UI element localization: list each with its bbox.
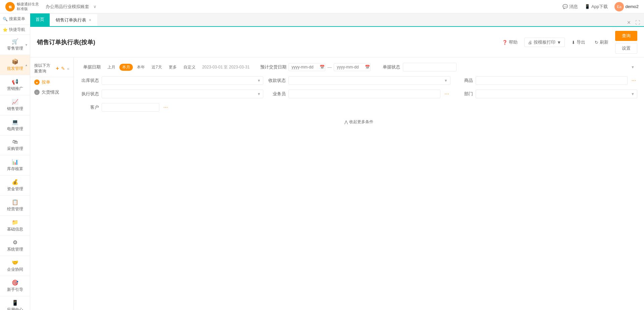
date-btn-more[interactable]: 更多 [166,63,179,71]
main-section: 按以下方案查询 + ✎ « ● 按单 ○ [30,57,644,310]
date-btn-this-year[interactable]: 本年 [134,63,148,71]
svg-text:○: ○ [36,91,38,94]
scheme-item-欠货情况[interactable]: ○ 欠货情况 [30,87,73,97]
print-button[interactable]: 🖨 按模板打印 ▼ [524,38,565,47]
operations-icon: 📋 [12,199,18,205]
sidebar-item-search[interactable]: 🔍 搜索菜单 [0,13,30,25]
calendar-icon-end: 📅 [365,65,370,69]
out-status-select[interactable]: 全部 已出库 未出库 部分出库 [102,76,263,85]
filter-area: 单据日期 上月 本月 本年 近7天 更多 自定义 2023-03-01 至 20… [74,57,644,310]
sidebar-item-wholesale[interactable]: 📦 批发管理 [0,55,30,75]
refresh-button[interactable]: ↻ 刷新 [592,38,611,47]
sidebar-item-marketing[interactable]: 📢 营销推广 [0,75,30,95]
breadcrumb-arrow-icon[interactable]: ∨ [93,4,97,9]
out-status-wrapper: 全部 已出库 未出库 部分出库 ▼ [102,76,263,85]
tab-close-icon[interactable]: × [88,17,92,23]
scheme-icon-active: ● [34,80,40,85]
sidebar-item-purchase[interactable]: 🛍 采购管理 [0,136,30,155]
scheme-icon-inactive: ○ [34,90,40,95]
help-icon: ❓ [502,40,507,45]
print-icon: 🖨 [528,40,532,45]
message-icon: 💬 [562,4,568,9]
help-button[interactable]: ❓ 帮助 [499,38,520,47]
date-btn-this-month[interactable]: 本月 [119,64,133,71]
settings-button[interactable]: 设置 [615,43,637,54]
window-controls: ✕ ⛶ [625,19,644,26]
marketing-icon: 📢 [12,79,18,85]
filter-row-date: 单据日期 上月 本月 本年 近7天 更多 自定义 2023-03-01 至 20… [80,63,637,71]
maximize-window-button[interactable]: ⛶ [634,19,641,26]
customer-label: 客户 [80,104,99,110]
star-icon: ⭐ [3,28,8,32]
left-panel-header: 按以下方案查询 + ✎ « [30,61,73,77]
tab-home[interactable]: 首页 [30,13,50,26]
sidebar-item-quick-nav[interactable]: ⭐ 快捷导航 [0,25,30,35]
salesperson-label: 业务员 [267,91,286,97]
goods-label: 商品 [454,78,473,84]
message-button[interactable]: 💬 消息 [562,4,578,10]
query-button[interactable]: 查询 [615,31,637,41]
salesperson-picker-button[interactable]: ··· [443,91,450,97]
expected-date-start-input[interactable]: 📅 [288,63,325,71]
left-panel: 按以下方案查询 + ✎ « ● 按单 ○ [30,57,74,310]
export-button[interactable]: ⬇ 导出 [569,38,588,47]
collapse-bar[interactable]: ⋀ 收起更多条件 [80,116,637,125]
svg-text:●: ● [36,81,38,84]
sidebar-item-operations[interactable]: 📋 经营管理 [0,196,30,216]
date-btn-custom[interactable]: 自定义 [181,63,198,71]
sidebar-item-finance[interactable]: 💰 资金管理 [0,175,30,196]
exec-status-label: 执行状态 [80,91,99,97]
enterprise-icon: 🤝 [12,259,18,266]
tab-bar: 首页 销售订单执行表 × ✕ ⛶ [30,13,644,27]
date-btn-7days[interactable]: 近7天 [149,63,165,71]
expected-date-end-field[interactable] [337,65,364,69]
dept-select[interactable]: 全部 [476,90,637,98]
sidebar-item-newbie[interactable]: 🎯 新手引导 [0,276,30,296]
sidebar-item-appstore[interactable]: 📱 应用中心 [0,296,30,310]
close-window-button[interactable]: ✕ [625,19,633,26]
expected-date-start-field[interactable] [291,65,318,69]
status-filter-label: 单据状态 [380,64,400,70]
sidebar-item-inventory[interactable]: 📊 库存核算 [0,155,30,175]
page-actions: ❓ 帮助 🖨 按模板打印 ▼ ⬇ 导出 ↻ [499,31,637,54]
sidebar-item-sales[interactable]: 📈 销售管理 [0,95,30,115]
tab-sales-exec[interactable]: 销售订单执行表 × [50,14,97,26]
sidebar: 🔍 搜索菜单 ⭐ 快捷导航 🛒 零售管理 📦 批发管理 📢 营销推广 📈 销售管… [0,13,30,310]
app-download-button[interactable]: 📱 App下载 [585,4,608,10]
export-icon: ⬇ [572,40,575,45]
scheme-item-按单[interactable]: ● 按单 [30,77,73,87]
customer-cell: 客户 ··· [80,103,169,112]
sidebar-item-base[interactable]: 📁 基础信息 [0,216,30,236]
exec-status-select[interactable]: 全部 已执行 未执行 [102,90,263,98]
add-scheme-button[interactable]: + [56,65,59,71]
page-header: 销售订单执行表(按单) ❓ 帮助 🖨 按模板打印 ▼ ⬇ [30,27,644,57]
goods-input[interactable] [476,76,628,85]
receipt-status-select[interactable]: 全部 已收款 未收款 部分收款 [288,76,450,85]
status-select[interactable]: 全部 [403,63,457,71]
customer-input[interactable] [102,103,159,112]
page-title: 销售订单执行表(按单) [37,38,95,46]
edit-scheme-button[interactable]: ✎ [61,66,65,71]
logo-text: 畅捷通好生意 标准版 [17,2,39,11]
salesperson-input[interactable] [288,90,440,98]
date-quick-buttons: 上月 本月 本年 近7天 更多 自定义 [105,63,198,71]
sidebar-item-system[interactable]: ⚙ 系统管理 [0,236,30,256]
collapse-panel-button[interactable]: « [67,66,69,71]
user-profile[interactable]: Ea demo2 [614,2,639,11]
date-filter-label: 单据日期 [80,64,101,70]
inventory-icon: 📊 [12,159,18,165]
sidebar-item-ecommerce[interactable]: 💻 电商管理 [0,115,30,136]
customer-picker-button[interactable]: ··· [162,104,169,110]
sidebar-item-retail[interactable]: 🛒 零售管理 [0,35,30,55]
collapse-up-icon: ⋀ [344,120,348,124]
filter-row-customer: 客户 ··· [80,103,637,112]
sidebar-item-enterprise[interactable]: 🤝 企业协同 [0,256,30,276]
download-icon: 📱 [585,4,590,9]
date-btn-last-month[interactable]: 上月 [105,63,118,71]
search-icon: 🔍 [3,17,8,21]
exec-status-cell: 执行状态 全部 已执行 未执行 ▼ [80,90,263,98]
goods-picker-button[interactable]: ··· [630,78,637,84]
date-range-display: 2023-03-01 至 2023-03-31 [202,64,250,70]
expected-date-group: 预计交货日期 📅 — 📅 [260,63,371,71]
expected-date-end-input[interactable]: 📅 [334,63,371,71]
